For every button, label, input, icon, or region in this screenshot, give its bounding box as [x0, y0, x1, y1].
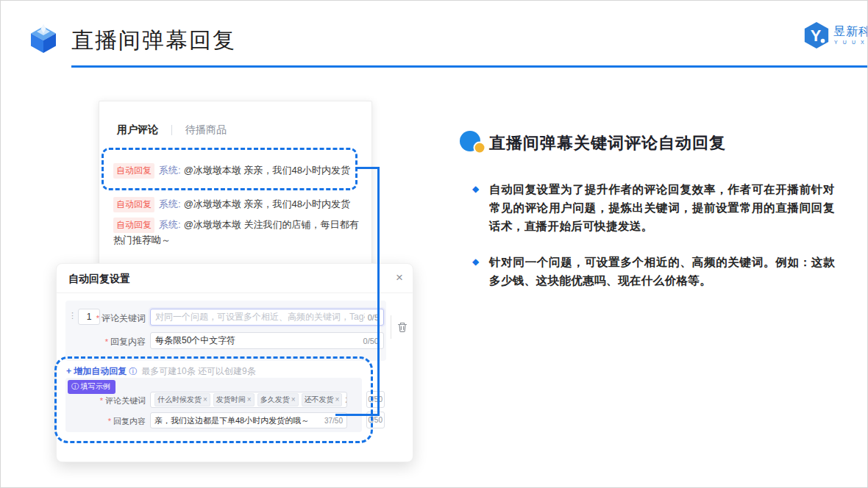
- connector-line: [355, 167, 380, 169]
- feature-bullet: 针对同一个问题，可设置多个相近的、高频的关键词。例如：这款多少钱、这块能优惠吗、…: [489, 253, 835, 290]
- message-sender: 系统:: [159, 198, 181, 209]
- reply-value: 每条限50个中文字符: [155, 334, 360, 347]
- keyword-label: *评论关键词: [84, 312, 146, 325]
- page: 直播间弹幕回复 Y 昱新科技 Y U U X I N . C O M 用户评论 …: [0, 0, 868, 488]
- diamond-bullet-icon: ◆: [472, 256, 479, 267]
- page-title: 直播间弹幕回复: [71, 26, 236, 56]
- auto-reply-badge: 自动回复: [113, 197, 154, 212]
- example-dashed-annotation-box: [54, 356, 373, 443]
- tab-pending-products[interactable]: 待播商品: [185, 123, 227, 137]
- auto-reply-badge: 自动回复: [113, 218, 154, 233]
- required-mark: *: [96, 314, 99, 323]
- close-icon[interactable]: ×: [396, 270, 403, 285]
- company-logo: Y 昱新科技 Y U U X I N . C O M: [803, 20, 866, 54]
- reply-input[interactable]: 每条限50个中文字符 0/50: [150, 332, 384, 349]
- delete-icon[interactable]: [396, 320, 409, 334]
- highlighted-message-dashed-box: [102, 148, 357, 190]
- feature-heading: 直播间弹幕关键词评论自动回复: [489, 132, 726, 154]
- feature-bullet: 自动回复设置为了提升作者的评论回复效率，作者可在开播前针对常见的评论用户问题，提…: [489, 180, 835, 235]
- message-text: @冰墩墩本墩 亲亲，我们48小时内发货: [184, 198, 350, 209]
- message-sender: 系统:: [159, 219, 181, 230]
- reply-counter: 0/50: [363, 337, 379, 345]
- title-underline: [71, 65, 868, 68]
- auto-reply-message: 自动回复系统:@冰墩墩本墩 亲亲，我们48小时内发货: [113, 197, 360, 212]
- row-divider: [391, 315, 391, 339]
- connector-line: [335, 414, 380, 416]
- comment-tabs: 用户评论 待播商品: [117, 123, 227, 137]
- modal-title: 自动回复设置: [68, 273, 130, 286]
- keyword-placeholder: 对同一个问题，可设置多个相近、高频的关键词，Tag确定，最多5个: [155, 311, 365, 323]
- required-mark: *: [105, 337, 108, 346]
- svg-text:Y: Y: [811, 26, 822, 45]
- reply-label: *回复内容: [84, 336, 146, 348]
- diamond-bullet-icon: ◆: [472, 184, 479, 194]
- connector-line: [377, 167, 380, 416]
- feature-dot-icon: [458, 129, 490, 156]
- auto-reply-rule-row: ⋮⋮ 1 *评论关键词 对同一个问题，可设置多个相近、高频的关键词，Tag确定，…: [65, 301, 386, 361]
- logo-domain: Y U U X I N . C O M: [834, 40, 868, 45]
- tab-divider: [171, 125, 172, 135]
- modal-header: 自动回复设置 ×: [57, 264, 413, 293]
- auto-reply-message: 自动回复系统:@冰墩墩本墩 关注我们的店铺，每日都有热门推荐呦～: [113, 218, 360, 247]
- keyword-input[interactable]: 对同一个问题，可设置多个相近、高频的关键词，Tag确定，最多5个 0/5: [150, 309, 384, 326]
- cube-logo-icon: [27, 23, 60, 55]
- live-comment-panel: 用户评论 待播商品 自动回复系统:@冰墩墩本墩 亲亲，我们48小时内发货 自动回…: [99, 101, 372, 269]
- tab-user-comments[interactable]: 用户评论: [117, 123, 158, 137]
- logo-name: 昱新科技: [833, 24, 868, 40]
- logo-hexagon-icon: Y: [803, 21, 830, 49]
